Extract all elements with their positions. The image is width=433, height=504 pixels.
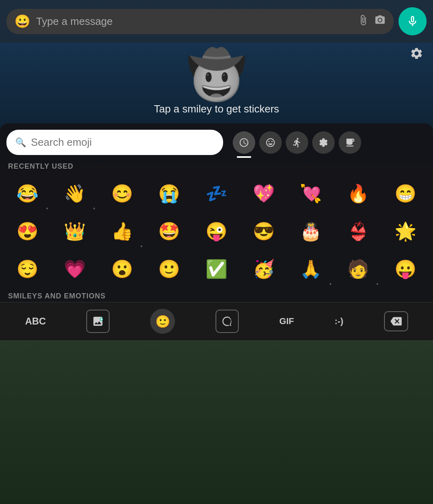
message-input-wrap[interactable]: 😀 Type a message (6, 9, 394, 34)
emoji-check-mark[interactable]: ✅ (194, 251, 240, 287)
emoji-bikini[interactable]: 👙 (335, 213, 381, 249)
emoji-heart-arrow[interactable]: 💘 (288, 175, 334, 212)
message-placeholder: Type a message (36, 15, 352, 28)
tab-recent[interactable] (233, 131, 255, 154)
emoji-crown[interactable]: 👑 (52, 213, 98, 249)
emoji-thumbs-up[interactable]: 👍▴ (99, 213, 145, 249)
emoji-grinning[interactable]: 😁 (382, 175, 428, 212)
settings-icon-wrap[interactable] (410, 47, 423, 63)
tab-objects[interactable] (339, 131, 361, 154)
backspace-icon (390, 316, 402, 327)
emoji-sunglasses[interactable]: 😎 (241, 213, 287, 249)
emoji-pink-heart[interactable]: 💗 (52, 251, 98, 287)
emoji-relieved[interactable]: 😌 (5, 251, 51, 287)
emoji-panel: 🔍 RECENTLY USED 😂▴ 👋▴ 😊 (0, 123, 433, 302)
camera-icon[interactable] (374, 14, 386, 29)
text-emoji-button[interactable]: :-) (335, 316, 344, 326)
emoji-grid-recent: 😂▴ 👋▴ 😊 😭 💤 💖 💘 🔥 😁 😍 👑 👍▴ 🤩 😜 😎 🎂 👙 🌟 😌… (0, 174, 433, 289)
backspace-button[interactable] (384, 311, 408, 331)
emoji-birthday-cake[interactable]: 🎂 (288, 213, 334, 249)
mic-icon (406, 15, 419, 28)
keyboard-bar: ABC 🙂 GIF :-) (0, 302, 433, 340)
tab-activities[interactable] (312, 131, 335, 154)
search-input[interactable] (31, 136, 214, 149)
tab-people[interactable] (286, 131, 308, 154)
search-icon: 🔍 (15, 137, 26, 148)
emoji-zzz[interactable]: 💤 (194, 175, 240, 212)
sticker-character[interactable]: 🤠 (187, 51, 247, 99)
tab-smileys[interactable] (259, 131, 282, 154)
emoji-keyboard-button[interactable]: 🙂 (150, 309, 175, 334)
emoji-praying-hands[interactable]: 🙏▴ (288, 251, 334, 287)
sticker-area: 🤠 Tap a smiley to get stickers (0, 43, 433, 119)
emoji-star-struck[interactable]: 🤩 (146, 213, 192, 249)
image-icon (92, 315, 104, 327)
attach-icon[interactable] (358, 14, 369, 29)
emoji-heart-eyes[interactable]: 😍 (5, 213, 51, 249)
emoji-crying[interactable]: 😭 (146, 175, 192, 212)
emoji-party-face[interactable]: 🥳 (241, 251, 287, 287)
settings-icon (410, 47, 423, 60)
sticker-hint: Tap a smiley to get stickers (154, 103, 279, 115)
search-row: 🔍 (0, 123, 433, 155)
emoji-person[interactable]: 🧑▴ (335, 251, 381, 287)
sticker-icon (222, 316, 233, 327)
recently-used-label: RECENTLY USED (0, 155, 433, 174)
emoji-fire[interactable]: 🔥 (335, 175, 381, 212)
emoji-open-mouth[interactable]: 😮 (99, 251, 145, 287)
emoji-winking-tongue[interactable]: 😜 (194, 213, 240, 249)
gif-button[interactable]: GIF (279, 316, 294, 326)
emoji-keyboard-icon: 🙂 (155, 314, 170, 329)
category-tabs (230, 131, 427, 154)
emoji-laughing-tears[interactable]: 😂▴ (5, 175, 51, 212)
emoji-slightly-smiling[interactable]: 🙂 (146, 251, 192, 287)
emoji-sparkle-heart[interactable]: 💖 (241, 175, 287, 212)
emoji-tongue-out[interactable]: 😛 (382, 251, 428, 287)
mic-button[interactable] (398, 7, 427, 35)
emoji-button-top[interactable]: 😀 (14, 15, 30, 28)
image-button[interactable] (86, 310, 110, 333)
emoji-sun[interactable]: 🌟 (382, 213, 428, 249)
smileys-label: SMILEYS AND EMOTIONS (0, 289, 433, 302)
search-box[interactable]: 🔍 (6, 130, 223, 155)
emoji-smiling[interactable]: 😊 (99, 175, 145, 212)
top-bar: 😀 Type a message (0, 0, 433, 43)
sticker-button[interactable] (215, 310, 239, 333)
abc-button[interactable]: ABC (25, 316, 46, 327)
emoji-waving-hand[interactable]: 👋▴ (52, 175, 98, 212)
